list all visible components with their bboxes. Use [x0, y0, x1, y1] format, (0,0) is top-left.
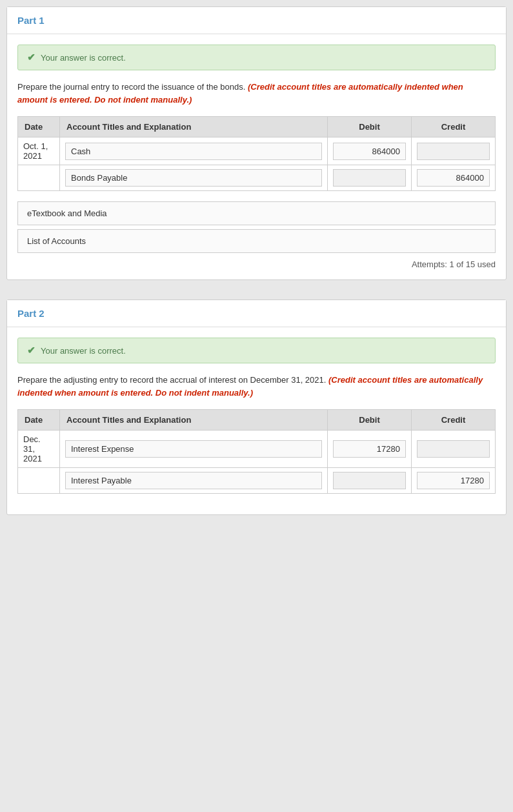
part1-col-account: Account Titles and Explanation [60, 117, 328, 137]
etextbook-link[interactable]: eTextbook and Media [17, 201, 496, 225]
part1-attempts: Attempts: 1 of 15 used [17, 259, 496, 269]
part2-body: ✔ Your answer is correct. Prepare the ad… [7, 327, 506, 514]
part2-card: Part 2 ✔ Your answer is correct. Prepare… [6, 299, 507, 515]
part1-card: Part 1 ✔ Your answer is correct. Prepare… [6, 6, 507, 280]
part2-success-text: Your answer is correct. [41, 346, 126, 356]
part1-row2-debit-input[interactable] [333, 169, 406, 187]
part2-row2-credit-cell [412, 468, 496, 494]
part1-header: Part 1 [7, 7, 506, 34]
part1-row1-debit-cell [328, 137, 412, 165]
part2-col-date: Date [18, 410, 60, 431]
part2-row2-account-input[interactable] [65, 472, 322, 489]
part1-row2-credit-cell [412, 165, 496, 191]
part2-row1-debit-cell [328, 431, 412, 468]
part2-col-account: Account Titles and Explanation [60, 410, 328, 431]
part1-row1-debit-input[interactable] [333, 143, 406, 160]
part2-row1-account-cell [60, 431, 328, 468]
part2-row2-credit-input[interactable] [417, 472, 490, 489]
part2-row1-account-input[interactable] [65, 440, 322, 458]
part2-row1-debit-input[interactable] [333, 440, 406, 458]
part2-success-banner: ✔ Your answer is correct. [17, 338, 496, 363]
table-row [18, 468, 496, 494]
checkmark-icon: ✔ [27, 52, 35, 63]
part1-col-debit: Debit [328, 117, 412, 137]
list-of-accounts-link[interactable]: List of Accounts [17, 229, 496, 253]
part1-row2-debit-cell [328, 165, 412, 191]
part2-row2-debit-input[interactable] [333, 472, 406, 489]
part1-success-banner: ✔ Your answer is correct. [17, 45, 496, 70]
part2-instruction-normal: Prepare the adjusting entry to record th… [17, 375, 326, 385]
part2-header: Part 2 [7, 300, 506, 327]
part1-instruction: Prepare the journal entry to record the … [17, 81, 496, 106]
part1-success-text: Your answer is correct. [41, 53, 126, 63]
part1-col-credit: Credit [412, 117, 496, 137]
part1-row1-account-cell [60, 137, 328, 165]
part2-col-debit: Debit [328, 410, 412, 431]
part1-row1-date: Oct. 1, 2021 [18, 137, 60, 165]
part1-row1-credit-cell [412, 137, 496, 165]
part1-title: Part 1 [17, 15, 45, 26]
part1-journal-table: Date Account Titles and Explanation Debi… [17, 116, 496, 191]
part2-row2-date [18, 468, 60, 494]
part2-row1-credit-cell [412, 431, 496, 468]
checkmark-icon-2: ✔ [27, 345, 35, 356]
part2-row2-debit-cell [328, 468, 412, 494]
part2-col-credit: Credit [412, 410, 496, 431]
part1-row2-account-input[interactable] [65, 169, 322, 187]
part2-row1-credit-input[interactable] [417, 440, 490, 458]
part1-instruction-normal: Prepare the journal entry to record the … [17, 82, 245, 92]
table-row: Oct. 1, 2021 [18, 137, 496, 165]
part2-row2-account-cell [60, 468, 328, 494]
part2-title: Part 2 [17, 308, 45, 319]
part1-row2-date [18, 165, 60, 191]
part1-body: ✔ Your answer is correct. Prepare the jo… [7, 34, 506, 279]
table-row: Dec. 31, 2021 [18, 431, 496, 468]
part1-row1-account-input[interactable] [65, 143, 322, 160]
part2-row1-date: Dec. 31, 2021 [18, 431, 60, 468]
part1-row2-credit-input[interactable] [417, 169, 490, 187]
part1-row2-account-cell [60, 165, 328, 191]
part2-journal-table: Date Account Titles and Explanation Debi… [17, 409, 496, 494]
part1-row1-credit-input[interactable] [417, 143, 490, 160]
part2-instruction: Prepare the adjusting entry to record th… [17, 374, 496, 399]
part1-col-date: Date [18, 117, 60, 137]
table-row [18, 165, 496, 191]
